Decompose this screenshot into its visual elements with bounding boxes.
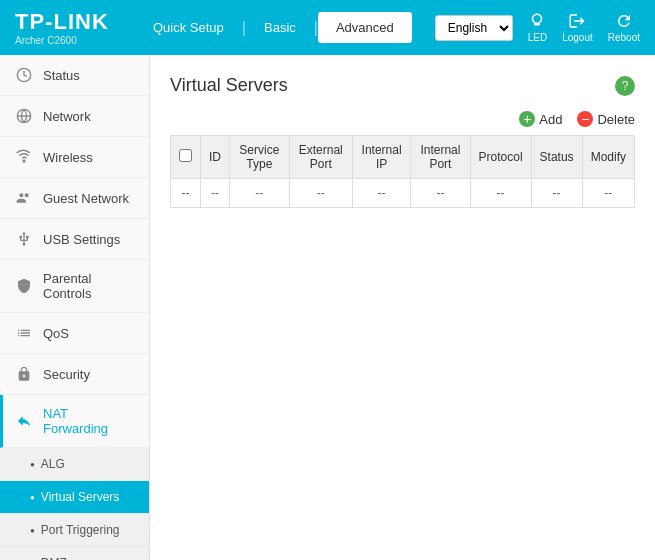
usb-settings-icon	[15, 230, 33, 248]
nav-basic[interactable]: Basic	[246, 20, 314, 35]
logo-area: TP-LINK Archer C2600	[15, 9, 115, 46]
table-row: -- -- -- -- -- -- -- -- --	[171, 179, 635, 208]
add-button[interactable]: + Add	[519, 111, 562, 127]
bullet-icon: ●	[30, 460, 35, 469]
guest-network-icon	[15, 189, 33, 207]
sidebar-sub-label: DMZ	[41, 556, 67, 560]
row-checkbox: --	[171, 179, 201, 208]
status-icon	[15, 66, 33, 84]
nav-advanced[interactable]: Advanced	[318, 12, 412, 43]
col-service-type: Service Type	[230, 136, 290, 179]
language-select[interactable]: English	[435, 15, 513, 41]
led-label: LED	[528, 32, 547, 43]
page-title-row: Virtual Servers ?	[170, 75, 635, 96]
col-internal-ip: Internal IP	[352, 136, 410, 179]
col-protocol: Protocol	[470, 136, 531, 179]
reboot-icon	[615, 12, 633, 30]
col-external-port: External Port	[289, 136, 352, 179]
add-label: Add	[539, 112, 562, 127]
logout-label: Logout	[562, 32, 593, 43]
row-external-port: --	[289, 179, 352, 208]
sidebar-sub-label: Virtual Servers	[41, 490, 119, 504]
wireless-icon	[15, 148, 33, 166]
col-status: Status	[531, 136, 582, 179]
sidebar-item-label: USB Settings	[43, 232, 120, 247]
bullet-icon: ●	[30, 493, 35, 502]
sidebar-item-guest-network[interactable]: Guest Network	[0, 178, 149, 219]
sidebar-item-label: NAT Forwarding	[43, 406, 134, 436]
sidebar-item-label: Parental Controls	[43, 271, 134, 301]
col-checkbox	[171, 136, 201, 179]
help-button[interactable]: ?	[615, 76, 635, 96]
reboot-button[interactable]: Reboot	[608, 12, 640, 43]
main-layout: Status Network Wireless Guest Network US	[0, 55, 655, 560]
header-icons: LED Logout Reboot	[528, 12, 640, 43]
sidebar-sub-menu: ● ALG ● Virtual Servers ● Port Triggerin…	[0, 448, 149, 560]
svg-point-2	[23, 160, 25, 162]
table-toolbar: + Add − Delete	[170, 111, 635, 127]
row-internal-ip: --	[352, 179, 410, 208]
sidebar-item-label: Network	[43, 109, 91, 124]
logo-model: Archer C2600	[15, 35, 115, 46]
nat-forwarding-icon	[15, 412, 33, 430]
qos-icon	[15, 324, 33, 342]
row-status: --	[531, 179, 582, 208]
delete-button[interactable]: − Delete	[577, 111, 635, 127]
page-title: Virtual Servers	[170, 75, 288, 96]
main-content: Virtual Servers ? + Add − Delete ID Serv…	[150, 55, 655, 560]
sidebar-item-status[interactable]: Status	[0, 55, 149, 96]
led-icon	[528, 12, 546, 30]
sidebar-sub-label: Port Triggering	[41, 523, 120, 537]
add-icon: +	[519, 111, 535, 127]
header-right: English LED Logout Reboot	[435, 12, 640, 43]
logo-brand: TP-LINK	[15, 9, 115, 35]
sidebar-sub-dmz[interactable]: ● DMZ	[0, 547, 149, 560]
reboot-label: Reboot	[608, 32, 640, 43]
sidebar-item-usb-settings[interactable]: USB Settings	[0, 219, 149, 260]
select-all-checkbox[interactable]	[179, 149, 192, 162]
sidebar-item-label: Security	[43, 367, 90, 382]
sidebar-item-nat-forwarding[interactable]: NAT Forwarding	[0, 395, 149, 448]
row-protocol: --	[470, 179, 531, 208]
header: TP-LINK Archer C2600 Quick Setup | Basic…	[0, 0, 655, 55]
bullet-icon: ●	[30, 526, 35, 535]
sidebar-item-label: Wireless	[43, 150, 93, 165]
sidebar-item-label: Guest Network	[43, 191, 129, 206]
col-modify: Modify	[582, 136, 634, 179]
virtual-servers-table: ID Service Type External Port Internal I…	[170, 135, 635, 208]
sidebar-sub-label: ALG	[41, 457, 65, 471]
col-internal-port: Internal Port	[411, 136, 470, 179]
delete-label: Delete	[597, 112, 635, 127]
led-button[interactable]: LED	[528, 12, 547, 43]
sidebar-item-label: QoS	[43, 326, 69, 341]
row-internal-port: --	[411, 179, 470, 208]
sidebar-sub-alg[interactable]: ● ALG	[0, 448, 149, 481]
logout-button[interactable]: Logout	[562, 12, 593, 43]
nav-quick-setup[interactable]: Quick Setup	[135, 20, 242, 35]
sidebar-item-qos[interactable]: QoS	[0, 313, 149, 354]
row-service-type: --	[230, 179, 290, 208]
security-icon	[15, 365, 33, 383]
row-modify: --	[582, 179, 634, 208]
sidebar-sub-port-triggering[interactable]: ● Port Triggering	[0, 514, 149, 547]
sidebar: Status Network Wireless Guest Network US	[0, 55, 150, 560]
row-id: --	[201, 179, 230, 208]
network-icon	[15, 107, 33, 125]
sidebar-item-parental-controls[interactable]: Parental Controls	[0, 260, 149, 313]
parental-controls-icon	[15, 277, 33, 295]
nav-links: Quick Setup | Basic | Advanced	[135, 12, 415, 43]
delete-icon: −	[577, 111, 593, 127]
sidebar-item-security[interactable]: Security	[0, 354, 149, 395]
logout-icon	[568, 12, 586, 30]
sidebar-item-label: Status	[43, 68, 80, 83]
col-id: ID	[201, 136, 230, 179]
sidebar-item-wireless[interactable]: Wireless	[0, 137, 149, 178]
sidebar-sub-virtual-servers[interactable]: ● Virtual Servers	[0, 481, 149, 514]
sidebar-item-network[interactable]: Network	[0, 96, 149, 137]
